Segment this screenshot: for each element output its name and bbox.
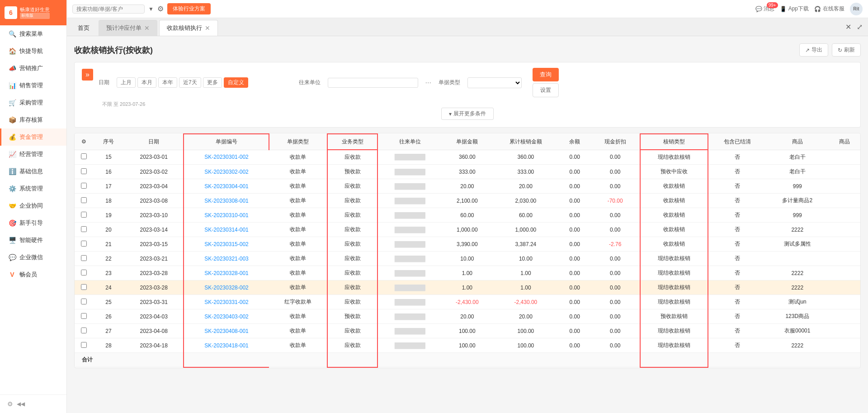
sidebar-item-basic[interactable]: ℹ️ 基础信息 <box>0 163 66 180</box>
order-no-link[interactable]: SK-20230314-001 <box>204 227 248 233</box>
order-no-link[interactable]: SK-20230321-003 <box>204 256 248 262</box>
more-date-btn[interactable]: 更多 <box>203 77 222 88</box>
filter-settings-button[interactable]: 设置 <box>533 83 559 97</box>
cell-order-no: SK-20230310-001 <box>184 208 269 223</box>
custom-date-btn[interactable]: 自定义 <box>224 77 248 88</box>
cell-bill-type: 收款单 <box>269 280 327 295</box>
cell-checkbox[interactable] <box>75 150 93 165</box>
order-no-link[interactable]: SK-20230403-002 <box>204 313 248 320</box>
sidebar-item-cooperation[interactable]: 🤝 企业协同 <box>0 197 66 214</box>
last-month-btn[interactable]: 上月 <box>117 77 136 88</box>
solution-button[interactable]: 体验行业方案 <box>167 3 211 14</box>
order-no-link[interactable]: SK-20230331-002 <box>204 299 248 305</box>
sidebar-item-purchase[interactable]: 🛒 采购管理 <box>0 94 66 111</box>
avatar[interactable]: Rit <box>850 3 863 15</box>
cell-checkbox[interactable] <box>75 194 93 208</box>
cell-checkbox[interactable] <box>75 179 93 194</box>
sidebar-item-quick-nav[interactable]: 🏠 快捷导航 <box>0 43 66 60</box>
topbar: ▼ ⚙ 体验行业方案 💬 消息 99+ 📱 App下载 🎧 在线客服 Rit <box>67 0 868 18</box>
cell-checkbox[interactable] <box>75 237 93 252</box>
order-no-link[interactable]: SK-20230328-001 <box>204 270 248 276</box>
cell-goods1: 多计量商品2 <box>766 194 829 208</box>
sidebar-item-marketing[interactable]: 📣 营销推广 <box>0 60 66 77</box>
bill-type-select[interactable] <box>467 77 522 88</box>
order-no-link[interactable]: SK-20230301-002 <box>204 154 248 160</box>
cell-bill-type: 收款单 <box>269 252 327 266</box>
cell-checkbox[interactable] <box>75 208 93 223</box>
maximize-btn[interactable]: ⤢ <box>855 21 864 33</box>
tab-receipt-verify-close[interactable]: ✕ <box>205 25 210 31</box>
search-input[interactable] <box>76 6 131 12</box>
filter-inputs: 日期 上月 本月 本年 近7天 更多 自定义 往来单位 ··· <box>99 68 853 108</box>
order-no-link[interactable]: SK-20230308-001 <box>204 198 248 204</box>
order-no-link[interactable]: SK-20230408-001 <box>204 328 248 334</box>
cell-checkbox[interactable] <box>75 309 93 324</box>
dropdown-arrow-icon[interactable]: ▼ <box>148 6 154 12</box>
refresh-button[interactable]: ↻ 刷新 <box>832 43 861 57</box>
order-no-link[interactable]: SK-20230328-002 <box>204 285 248 291</box>
cell-verified-amount: 3,387.24 <box>493 237 559 252</box>
online-service-btn[interactable]: 🎧 在线客服 <box>814 5 844 13</box>
message-btn[interactable]: 💬 消息 99+ <box>755 5 774 13</box>
total-biz-type <box>327 353 377 367</box>
sidebar-item-vip[interactable]: V 畅会员 <box>0 266 66 283</box>
cell-index: 27 <box>93 324 124 338</box>
sidebar-item-operation[interactable]: 📈 经营管理 <box>0 146 66 163</box>
col-verified-amount-header: 累计核销金额 <box>493 134 559 150</box>
this-year-btn[interactable]: 本年 <box>158 77 177 88</box>
cell-checkbox[interactable] <box>75 252 93 266</box>
query-button[interactable]: 查询 <box>533 68 559 81</box>
order-no-link[interactable]: SK-20230302-002 <box>204 169 248 175</box>
sidebar-item-system[interactable]: ⚙️ 系统管理 <box>0 180 66 197</box>
counterpart-input[interactable] <box>328 78 418 88</box>
cell-checkbox[interactable] <box>75 266 93 280</box>
vip-icon: V <box>9 271 16 278</box>
cell-checkbox[interactable] <box>75 338 93 353</box>
cell-include-settled: 否 <box>708 309 766 324</box>
gear-icon[interactable]: ⚙ <box>156 3 165 15</box>
cell-checkbox[interactable] <box>75 280 93 295</box>
order-no-link[interactable]: SK-20230315-002 <box>204 241 248 247</box>
last-7days-btn[interactable]: 近7天 <box>179 77 201 88</box>
app-download-btn[interactable]: 📱 App下载 <box>780 5 809 13</box>
cell-checkbox[interactable] <box>75 223 93 237</box>
col-settings-header[interactable]: ⚙ <box>75 134 93 150</box>
total-order-no <box>184 353 269 367</box>
sidebar-item-sales[interactable]: 📊 销售管理 <box>0 77 66 94</box>
tab-payable[interactable]: 预计冲应付单 ✕ <box>99 20 157 36</box>
settings-bottom-icon[interactable]: ⚙ <box>7 400 13 408</box>
sidebar-item-hardware[interactable]: 🖥️ 智能硬件 <box>0 232 66 249</box>
table-scroll[interactable]: ⚙ 序号 日期 单据编号 单据类型 业务类型 往来单位 单据金额 累计核销金额 … <box>75 133 860 368</box>
collapse-icon[interactable]: ◀◀ <box>17 401 25 407</box>
filter-toggle-btn[interactable]: » <box>82 69 93 81</box>
sidebar-item-finance[interactable]: 💰 资金管理 <box>0 128 66 146</box>
cell-cash-discount: -2.76 <box>590 237 640 252</box>
purchase-icon: 🛒 <box>9 99 16 106</box>
operation-icon: 📈 <box>9 151 16 158</box>
export-button[interactable]: ↗ 导出 <box>799 43 828 57</box>
cell-amount: 2,100.00 <box>442 194 493 208</box>
cell-counterpart: ████████ <box>377 223 442 237</box>
cell-balance: 0.00 <box>559 150 590 165</box>
order-no-link[interactable]: SK-20230304-001 <box>204 183 248 190</box>
more-options-btn[interactable]: ··· <box>425 79 431 87</box>
cell-checkbox[interactable] <box>75 324 93 338</box>
sidebar-item-guide[interactable]: 🎯 新手引导 <box>0 214 66 232</box>
cell-goods1: 测试jun <box>766 295 829 309</box>
tab-home[interactable]: 首页 <box>71 20 97 36</box>
tab-payable-close[interactable]: ✕ <box>144 25 150 31</box>
order-no-link[interactable]: SK-20230418-001 <box>204 342 248 349</box>
cell-include-settled: 否 <box>708 338 766 353</box>
close-tab-btn[interactable]: ✕ <box>844 21 853 33</box>
expand-conditions-btn[interactable]: ▾ 展开更多条件 <box>441 108 494 120</box>
tab-receipt-verify[interactable]: 收款核销执行 ✕ <box>159 20 218 36</box>
cell-checkbox[interactable] <box>75 295 93 309</box>
sidebar-item-search[interactable]: 🔍 搜索菜单 <box>0 25 66 43</box>
cooperation-icon: 🤝 <box>9 202 16 209</box>
sidebar-item-inventory[interactable]: 📦 库存核算 <box>0 111 66 128</box>
order-no-link[interactable]: SK-20230310-001 <box>204 212 248 218</box>
sidebar-item-wechat[interactable]: 💬 企业微信 <box>0 249 66 266</box>
cell-checkbox[interactable] <box>75 165 93 179</box>
this-month-btn[interactable]: 本月 <box>137 77 156 88</box>
cell-bill-type: 红字收款单 <box>269 295 327 309</box>
